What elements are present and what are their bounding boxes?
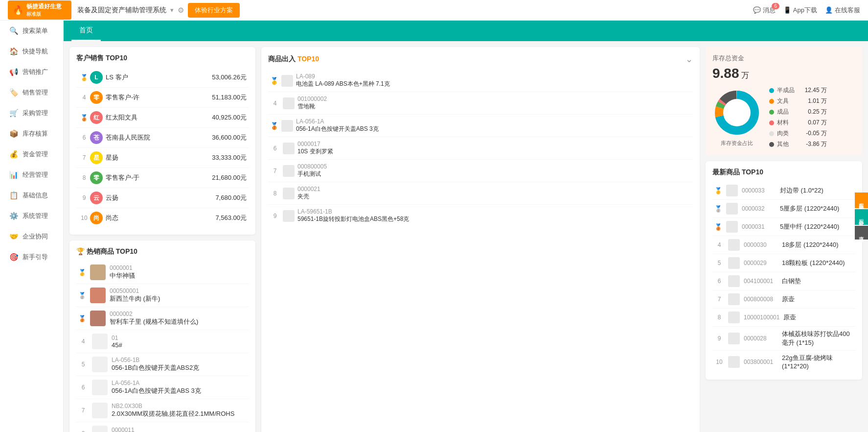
float-service-hotline[interactable]: 客服热线: [855, 192, 868, 208]
message-button[interactable]: 💬 消息 6: [753, 6, 776, 15]
np-code-4: 0000030: [744, 241, 778, 248]
inv-move-info-3: LA-056-1A 056-1A白色按键开关盖ABS 3克: [296, 118, 691, 133]
customer-amount-3: 40,925.00元: [212, 113, 247, 122]
hot-rank-medal-1: 🥇: [78, 269, 86, 276]
np-medal-1: 🥇: [714, 187, 722, 194]
customer-avatar-4: 苍: [90, 131, 103, 144]
float-service-live[interactable]: 直播: [855, 226, 868, 240]
legend-value-1: 12.45 万: [798, 86, 827, 95]
sidebar-item-search[interactable]: 🔍 搜索菜单: [0, 21, 63, 41]
inv-move-code-7: LA-59651-1B: [297, 208, 691, 215]
np-img-6: [728, 275, 740, 287]
hot-product-code-3: 0000002: [110, 311, 247, 317]
sidebar-item-guide[interactable]: 🎯 新手引导: [0, 247, 63, 267]
marketing-icon: 📢: [9, 68, 19, 76]
np-rank-10: 10: [714, 359, 724, 365]
hot-product-code-1: 0000001: [110, 264, 247, 271]
float-service-community[interactable]: 服务社区: [855, 209, 868, 225]
sidebar-item-inventory[interactable]: 📦 库存核算: [0, 123, 63, 144]
np-rank-4: 4: [714, 241, 724, 248]
hot-product-row-1: 🥇 0000001 中华神骚: [76, 261, 249, 284]
np-img-5: [728, 257, 740, 269]
rank-num-8: 10: [78, 215, 90, 221]
sidebar-item-purchase[interactable]: 🛒 采购管理: [0, 103, 63, 123]
customer-avatar-1: L: [90, 71, 103, 84]
inv-move-code-1: LA-089: [296, 73, 691, 80]
customer-amount-7: 7,680.00元: [215, 193, 247, 202]
system-title: 装备及固定资产辅助管理系统: [77, 6, 166, 15]
legend-value-5: -0.05 万: [798, 129, 827, 138]
inv-move-code-6: 0000021: [297, 186, 691, 192]
customer-row-4: 6 苍 苍南县人民医院 36,600.00元: [76, 128, 249, 148]
message-icon: 💬: [753, 6, 761, 14]
trial-button[interactable]: 体验行业方案: [188, 3, 240, 18]
np-code-5: 0000029: [744, 260, 778, 266]
inv-move-header: 商品出入 TOP10 ⌄: [268, 54, 693, 65]
inv-move-list: 🥇 LA-089 电池盖 LA-089 ABS本色+黑种 7.1克 4 0010…: [268, 70, 693, 227]
customer-row-7: 9 云 云扬 7,680.00元: [76, 188, 249, 208]
inv-move-name-1: 电池盖 LA-089 ABS本色+黑种 7.1克: [296, 80, 691, 88]
sidebar-item-quicknav[interactable]: 🏠 快捷导航: [0, 41, 63, 62]
hot-product-row-3: 🥉 0000002 智利车子里 (规格不知道填什么): [76, 307, 249, 330]
settings-icon[interactable]: ⚙: [178, 6, 184, 15]
hot-product-code-8: 0000011: [112, 427, 247, 432]
inv-move-row-3: 🥉 LA-056-1A 056-1A白色按键开关盖ABS 3克: [268, 115, 693, 137]
hot-product-row-6: 6 LA-056-1A 056-1A白色按键开关盖ABS 3克: [76, 376, 249, 399]
np-name-8: 原壶: [783, 313, 853, 322]
np-name-4: 18多层 (1220*2440): [782, 240, 853, 249]
inv-move-rank-2: 4: [270, 100, 280, 107]
sidebar-item-system[interactable]: ⚙️ 系统管理: [0, 206, 63, 226]
top-customers-card: 客户销售 TOP10 🥇 L LS 客户 53,006.26元 4 零: [69, 47, 255, 235]
new-products-card: 最新商品 TOP10 🥇 0000033 封边带 (1.0*22) 🥈 0000…: [706, 161, 862, 380]
sidebar-item-marketing[interactable]: 📢 营销推广: [0, 62, 63, 82]
inv-move-scroll[interactable]: ⌄: [685, 54, 693, 65]
np-name-7: 原壶: [782, 295, 853, 304]
app-download-button[interactable]: 📱 App下载: [783, 6, 817, 15]
inventory-total-amount: 9.88 万: [712, 66, 855, 81]
dropdown-arrow-icon[interactable]: ▾: [170, 6, 174, 14]
customer-name-8: 尚态: [106, 214, 215, 222]
rank-medal-1: 🥇: [78, 74, 90, 81]
nav-home[interactable]: 首页: [71, 21, 101, 41]
hot-product-name-1: 中华神骚: [110, 271, 247, 280]
hot-product-code-2: 000500001: [110, 288, 247, 294]
np-code-10: 003800001: [744, 359, 778, 365]
inv-move-medal-3: 🥉: [270, 122, 278, 130]
legend-item-5: 肉类 -0.05 万: [769, 129, 827, 138]
sidebar-item-basics[interactable]: 📋 基础信息: [0, 185, 63, 206]
sidebar-item-finance[interactable]: 💰 资金管理: [0, 144, 63, 165]
inv-move-img-3: [281, 120, 293, 132]
inv-move-row-5: 7 000800005 手机测试: [268, 160, 693, 182]
sidebar-item-management[interactable]: 📊 经营管理: [0, 165, 63, 185]
customer-avatar-5: 星: [90, 151, 103, 164]
customer-row-8: 10 尚 尚态 7,563.00元: [76, 208, 249, 228]
inventory-movement-card: 商品出入 TOP10 ⌄ 🥇 LA-089 电池盖 LA-089 ABS本色+黑…: [261, 47, 700, 432]
hot-product-img-5: [92, 357, 108, 372]
hot-rank-6: 6: [78, 384, 88, 391]
float-service: 客服热线 服务社区 直播: [855, 192, 868, 240]
np-code-3: 0000031: [742, 223, 776, 230]
app-name: 畅捷通好生意: [26, 2, 62, 11]
donut-chart-label: 库存资金占比: [712, 140, 761, 147]
message-badge: 6: [772, 3, 779, 9]
customer-name-4: 苍南县人民医院: [106, 133, 212, 142]
np-name-6: 白钢垫: [782, 277, 853, 286]
online-service-button[interactable]: 👤 在线客服: [825, 6, 860, 15]
legend-item-4: 材料 0.07 万: [769, 119, 827, 127]
main-content: 首页 客户销售 TOP10 🥇 L LS 客户 53,006.26元: [64, 21, 868, 432]
np-img-1: [726, 185, 738, 196]
inv-move-img-7: [283, 210, 295, 222]
sidebar-item-enterprise[interactable]: 🤝 企业协同: [0, 226, 63, 247]
rank-num-6: 8: [78, 174, 90, 181]
inventory-total-card: 库存总资金 9.88 万: [706, 47, 862, 155]
inventory-total-unit: 万: [741, 71, 749, 81]
legend-item-1: 半成品 12.45 万: [769, 86, 827, 95]
hot-rank-4: 4: [78, 338, 88, 345]
inv-move-row-6: 8 0000021 夹壳: [268, 182, 693, 205]
inv-move-rank-5: 7: [270, 168, 280, 174]
hot-product-name-2: 新西兰牛肉 (新牛): [110, 294, 247, 303]
sidebar-item-sales[interactable]: 🏷️ 销售管理: [0, 82, 63, 103]
hot-product-img-1: [90, 264, 106, 280]
hot-product-img-7: [92, 403, 108, 418]
customer-row-6: 8 零 零售客户-于 21,680.00元: [76, 168, 249, 188]
